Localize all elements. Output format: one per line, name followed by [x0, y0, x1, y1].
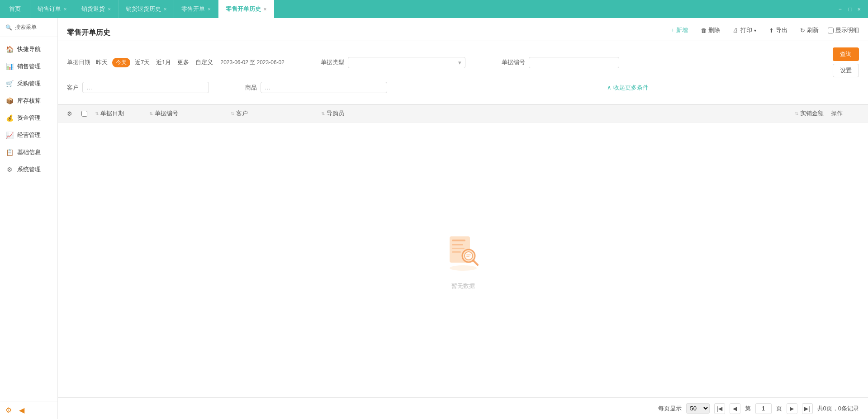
date-btn-7days[interactable]: 近7天 — [133, 57, 152, 67]
goods-select[interactable]: … — [261, 82, 387, 93]
tab-sales-return-close[interactable]: × — [108, 7, 110, 12]
date-btn-more[interactable]: 更多 — [175, 57, 191, 67]
refresh-button[interactable]: ↻ 刷新 — [797, 24, 822, 36]
sidebar-item-system[interactable]: ⚙ 系统管理 — [0, 161, 57, 178]
th-op-label: 操作 — [831, 109, 843, 118]
maximize-icon[interactable]: □ — [849, 6, 852, 13]
goods-label: 商品 — [245, 84, 257, 92]
page-label: 第 — [745, 405, 751, 413]
action-btns: 查询 设置 — [833, 47, 859, 77]
print-dropdown-icon: ▾ — [754, 28, 756, 33]
export-button[interactable]: ⬆ 导出 — [765, 24, 791, 36]
tab-home[interactable]: 首页 — [0, 0, 30, 18]
date-range: 2023-06-02 至 2023-06-02 — [220, 59, 284, 66]
tab-sales-order[interactable]: 销售订单 × — [30, 0, 74, 18]
table-settings-btn[interactable]: ⚙ — [62, 110, 77, 117]
total-text: 共0页，0条记录 — [817, 405, 859, 413]
sidebar-item-quick-nav[interactable]: 🏠 快捷导航 — [0, 41, 57, 58]
date-sort-icon[interactable]: ⇅ — [95, 111, 99, 116]
export-btn-label: 导出 — [776, 26, 787, 34]
operations-icon: 📈 — [5, 132, 14, 139]
main-layout: 🔍 搜索采单 🏠 快捷导航 📊 销售管理 🛒 采购管理 📦 库存核算 — [0, 18, 868, 419]
search-icon: 🔍 — [5, 24, 12, 31]
inventory-icon: 📦 — [5, 97, 14, 104]
date-btn-today[interactable]: 今天 — [112, 58, 130, 67]
client-sort-icon[interactable]: ⇅ — [231, 111, 234, 116]
th-guide[interactable]: ⇅ 导购员 — [318, 109, 372, 118]
tab-sales-return[interactable]: 销货退货 × — [74, 0, 118, 18]
table-select-all[interactable] — [77, 111, 91, 117]
sidebar-collapse-icon[interactable]: ◀ — [19, 406, 24, 414]
collapse-area: ∧ 收起更多条件 — [396, 84, 859, 92]
th-amount[interactable]: ⇅ 实销金额 — [372, 109, 827, 118]
sidebar-item-purchase-mgmt-label: 采购管理 — [17, 80, 41, 88]
display-toggle-checkbox[interactable] — [828, 28, 834, 33]
sidebar-item-basic-info[interactable]: 📋 基础信息 — [0, 144, 57, 161]
per-page-select[interactable]: 50 10 20 100 — [686, 403, 710, 414]
collapse-button[interactable]: ∧ 收起更多条件 — [607, 84, 649, 92]
date-btn-1month[interactable]: 近1月 — [154, 57, 173, 67]
tab-retail-open-history-close[interactable]: × — [264, 7, 266, 12]
tab-retail-open-history[interactable]: 零售开单历史 × — [218, 0, 274, 18]
tab-retail-open[interactable]: 零售开单 × — [174, 0, 218, 18]
filter-area: 单据日期 昨天 今天 近7天 近1月 更多 自定义 2023-06-02 至 2… — [58, 41, 868, 104]
table-header: ⚙ ⇅ 单据日期 ⇅ 单据编号 ⇅ 客户 ⇅ 导购员 — [58, 104, 868, 122]
customer-select[interactable]: … — [82, 82, 209, 93]
tab-sales-order-close[interactable]: × — [64, 7, 66, 12]
tab-retail-open-close[interactable]: × — [208, 7, 210, 12]
num-sort-icon[interactable]: ⇅ — [149, 111, 153, 116]
minimize-icon[interactable]: － — [837, 5, 843, 13]
bill-type-select[interactable]: ▾ — [348, 57, 465, 68]
last-page-btn[interactable]: ▶| — [802, 403, 813, 414]
bill-num-input[interactable] — [529, 57, 619, 68]
toolbar: + 新增 🗑 删除 🖨 打印 ▾ ⬆ 导出 ↻ 刷新 — [668, 24, 859, 41]
bill-type-label: 单据类型 — [321, 58, 344, 66]
guide-sort-icon[interactable]: ⇅ — [321, 111, 325, 116]
sidebar-item-operations-label: 经营管理 — [17, 131, 41, 139]
print-icon: 🖨 — [733, 27, 739, 34]
sidebar-item-inventory[interactable]: 📦 库存核算 — [0, 92, 57, 109]
th-date[interactable]: ⇅ 单据日期 — [91, 109, 146, 118]
new-button[interactable]: + 新增 — [668, 24, 692, 36]
th-amount-label: 实销金额 — [800, 109, 824, 118]
date-btn-yesterday[interactable]: 昨天 — [94, 57, 109, 67]
purchase-icon: 🛒 — [5, 80, 14, 87]
tab-retail-open-history-label: 零售开单历史 — [226, 5, 261, 13]
sidebar-item-finance[interactable]: 💰 资金管理 — [0, 109, 57, 127]
amount-sort-icon[interactable]: ⇅ — [795, 111, 798, 116]
first-page-btn[interactable]: |◀ — [714, 403, 725, 414]
page-header: 零售开单历史 + 新增 🗑 删除 🖨 打印 ▾ ⬆ 导出 — [58, 18, 868, 41]
th-client-label: 客户 — [236, 109, 248, 118]
page-input[interactable] — [755, 403, 772, 414]
empty-icon — [441, 230, 486, 275]
svg-point-7 — [465, 252, 473, 260]
date-btn-custom[interactable]: 自定义 — [194, 57, 215, 67]
sidebar-search[interactable]: 🔍 搜索采单 — [0, 24, 57, 31]
tab-sales-return-history-close[interactable]: × — [164, 7, 166, 12]
new-btn-label: + 新增 — [671, 26, 688, 34]
filter-row-1: 单据日期 昨天 今天 近7天 近1月 更多 自定义 2023-06-02 至 2… — [67, 47, 859, 77]
close-icon[interactable]: × — [857, 6, 861, 13]
sidebar-item-basic-info-label: 基础信息 — [17, 148, 41, 156]
settings-button[interactable]: 设置 — [833, 64, 859, 77]
sidebar-item-sales-mgmt[interactable]: 📊 销售管理 — [0, 58, 57, 75]
delete-button[interactable]: 🗑 删除 — [697, 24, 724, 36]
window-controls: － □ × — [830, 5, 868, 13]
sidebar-item-operations[interactable]: 📈 经营管理 — [0, 127, 57, 144]
display-toggle-label: 显示明细 — [835, 26, 859, 34]
filter-bill-type: 单据类型 ▾ — [321, 57, 465, 68]
prev-page-btn[interactable]: ◀ — [730, 403, 740, 414]
sidebar-item-purchase-mgmt[interactable]: 🛒 采购管理 — [0, 75, 57, 92]
sidebar-settings-icon[interactable]: ⚙ — [5, 406, 12, 414]
delete-icon: 🗑 — [701, 27, 707, 34]
pagination: 每页显示 50 10 20 100 |◀ ◀ 第 页 ▶ ▶| 共0页，0条记录 — [58, 397, 868, 419]
date-label: 单据日期 — [67, 58, 90, 66]
print-button[interactable]: 🖨 打印 ▾ — [729, 24, 760, 36]
select-all-checkbox[interactable] — [81, 111, 87, 117]
home-icon: 🏠 — [5, 46, 14, 53]
tab-sales-return-history[interactable]: 销货退货历史 × — [119, 0, 174, 18]
query-button[interactable]: 查询 — [833, 47, 859, 61]
next-page-btn[interactable]: ▶ — [787, 403, 797, 414]
th-client[interactable]: ⇅ 客户 — [227, 109, 318, 118]
th-num[interactable]: ⇅ 单据编号 — [146, 109, 227, 118]
